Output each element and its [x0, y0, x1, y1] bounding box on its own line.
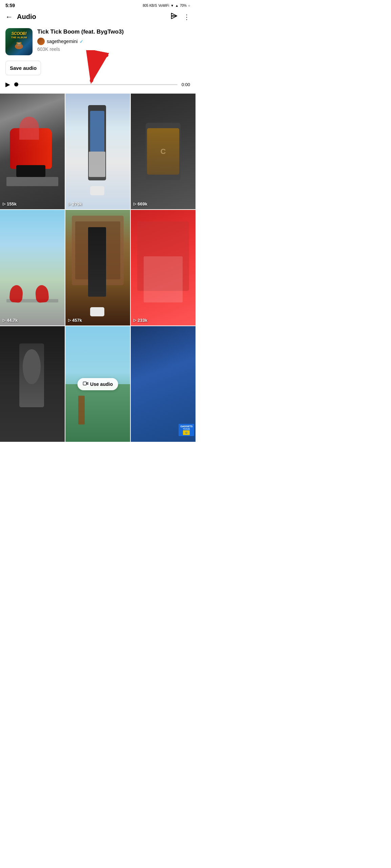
video-overlay-6: ▷ 233k [133, 318, 147, 323]
svg-point-5 [18, 44, 19, 45]
audio-player: ▶ 0:00 [0, 81, 196, 94]
more-options-icon[interactable]: ⋮ [183, 13, 190, 21]
data-speed: 805 KB/S [143, 4, 157, 7]
album-art: SCOOB! THE ALBUM [5, 28, 33, 55]
save-audio-button[interactable]: Save audio [5, 61, 41, 75]
video-cell-8[interactable]: Use audio [65, 326, 130, 442]
wifi-icon: ▼ [170, 4, 174, 7]
network-type: VoWiFi [158, 4, 169, 7]
play-button[interactable]: ▶ [5, 81, 10, 88]
reels-count: 603K reels [37, 46, 190, 52]
artist-avatar [37, 38, 45, 45]
svg-point-7 [16, 42, 18, 44]
nav-left: ← Audio [5, 13, 36, 21]
page-title: Audio [17, 13, 36, 21]
view-count-4: 44.7k [7, 318, 18, 323]
play-icon: ▷ [133, 318, 136, 322]
battery-icon: ○ [188, 4, 190, 7]
artist-name: sagethegemini [47, 39, 78, 44]
video-overlay-5: ▷ 457k [68, 318, 82, 323]
view-count-2: 279k [72, 201, 82, 206]
status-bar: 5:59 805 KB/S VoWiFi ▼ ▲ 70% ○ [0, 0, 196, 9]
video-overlay-4: ▷ 44.7k [3, 318, 18, 323]
play-icon: ▷ [68, 318, 71, 322]
audio-title: Tick Tick Boom (feat. BygTwo3) [37, 28, 190, 36]
video-grid: ▷ 155k ▷ 279k C ▷ 669k [0, 94, 196, 442]
status-time: 5:59 [5, 3, 15, 8]
play-icon: ▷ [68, 202, 71, 206]
status-icons: 805 KB/S VoWiFi ▼ ▲ 70% ○ [143, 4, 190, 7]
play-icon: ▷ [133, 202, 136, 206]
video-cell-2[interactable]: ▷ 279k [65, 94, 130, 209]
back-button[interactable]: ← [5, 13, 13, 21]
svg-point-6 [20, 44, 21, 45]
svg-marker-0 [171, 13, 177, 19]
audio-details: Tick Tick Boom (feat. BygTwo3) sagethege… [37, 28, 190, 52]
video-overlay-1: ▷ 155k [3, 201, 17, 206]
video-cell-9[interactable]: GADGETS TOAUE G [131, 326, 196, 442]
audio-info: SCOOB! THE ALBUM Tick Tick Boom (feat. B… [0, 25, 196, 61]
camera-icon [83, 381, 88, 388]
svg-rect-10 [83, 382, 86, 385]
video-overlay-3: ▷ 669k [133, 201, 147, 206]
send-icon[interactable] [170, 12, 178, 21]
time-display: 0:00 [182, 82, 190, 87]
view-count-6: 233k [138, 318, 147, 323]
top-nav: ← Audio ⋮ [0, 9, 196, 25]
video-cell-5[interactable]: ▷ 457k [65, 210, 130, 326]
view-count-1: 155k [7, 201, 17, 206]
video-cell-1[interactable]: ▷ 155k [0, 94, 65, 209]
use-audio-label: Use audio [90, 381, 113, 387]
play-icon: ▷ [3, 202, 5, 206]
progress-dot [14, 82, 18, 86]
play-icon: ▷ [3, 318, 5, 322]
video-cell-6[interactable]: ▷ 233k [131, 210, 196, 326]
view-count-5: 457k [72, 318, 82, 323]
video-cell-4[interactable]: ▷ 44.7k [0, 210, 65, 326]
video-cell-3[interactable]: C ▷ 669k [131, 94, 196, 209]
signal-icon: ▲ [175, 4, 179, 7]
battery-level: 70% [180, 4, 187, 7]
progress-bar[interactable] [14, 84, 178, 85]
video-cell-7[interactable] [0, 326, 65, 442]
view-count-3: 669k [138, 201, 147, 206]
artist-row: sagethegemini ✓ [37, 38, 190, 45]
video-overlay-2: ▷ 279k [68, 201, 82, 206]
nav-right: ⋮ [170, 12, 190, 21]
use-audio-button[interactable]: Use audio [77, 378, 118, 390]
svg-point-8 [20, 42, 22, 44]
verified-badge: ✓ [80, 39, 83, 44]
